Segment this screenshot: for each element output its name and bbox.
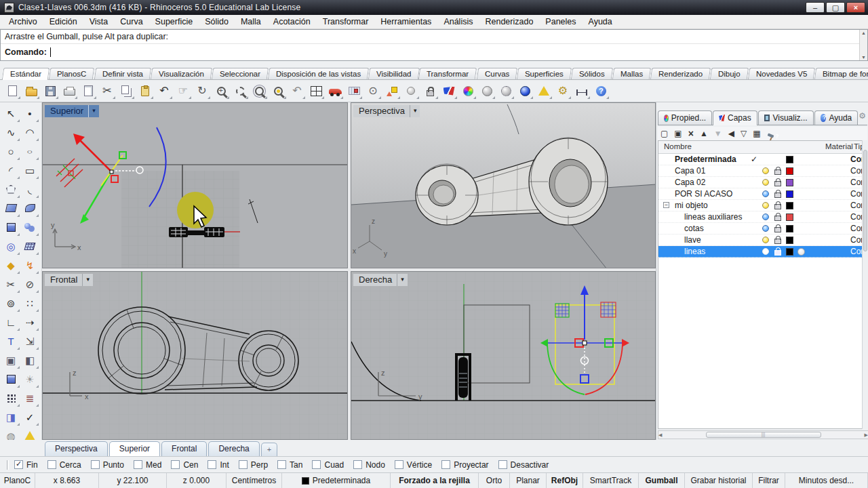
- layer-row[interactable]: POR SI ACASOContinua: [658, 188, 868, 200]
- color-wheel-button[interactable]: [459, 82, 477, 100]
- layer-visibility-bulb-icon[interactable]: [762, 202, 769, 209]
- viewport-perspectiva[interactable]: z x y Perspectiva ▾: [351, 102, 656, 268]
- osnap-checkbox-desactivar[interactable]: [498, 460, 507, 469]
- toolbar-tab-mallas[interactable]: Mallas: [612, 68, 652, 79]
- toolbar-tab-renderizado[interactable]: Renderizado: [650, 68, 711, 79]
- superior-canvas[interactable]: y x: [43, 103, 348, 268]
- minimize-button[interactable]: –: [806, 2, 825, 13]
- scroll-down-icon[interactable]: ▼: [861, 55, 866, 60]
- layer-lock-icon[interactable]: [774, 192, 781, 198]
- osnap-checkbox-cuad[interactable]: [312, 460, 321, 469]
- zoom-window-button[interactable]: [231, 82, 249, 100]
- render-flag-button[interactable]: [440, 82, 458, 100]
- panel-gear-icon[interactable]: ⚙: [859, 111, 866, 121]
- menu-transformar[interactable]: Transformar: [317, 16, 375, 28]
- osnap-item-nodo[interactable]: Nodo: [353, 460, 385, 470]
- osnap-item-med[interactable]: Med: [134, 460, 161, 470]
- zoom-selected-button[interactable]: [269, 82, 287, 100]
- derecha-dropdown-icon[interactable]: ▾: [397, 274, 408, 286]
- rectangle-button[interactable]: ▭: [21, 161, 39, 179]
- array-rectangular-button[interactable]: [2, 389, 20, 407]
- toolbar-tab-planosc[interactable]: PlanosC: [49, 68, 95, 79]
- toolbar-tab-novedades-v5[interactable]: Novedades V5: [748, 68, 816, 79]
- frontal-canvas[interactable]: z x: [43, 272, 348, 440]
- delete-layer-button[interactable]: ×: [688, 129, 694, 138]
- boolean-union-button[interactable]: ◆: [2, 256, 20, 274]
- osnap-item-proyectar[interactable]: Proyectar: [441, 460, 488, 470]
- print-button[interactable]: [60, 82, 78, 100]
- polygon-button[interactable]: [2, 180, 20, 198]
- copy-objects-button[interactable]: ▣: [2, 351, 20, 369]
- osnap-item-perp[interactable]: Perp: [239, 460, 268, 470]
- layer-table-button[interactable]: ▦: [753, 129, 760, 138]
- fillet-corner-button[interactable]: ∟: [2, 313, 20, 331]
- osnap-checkbox-fin[interactable]: [14, 460, 23, 469]
- select-points-button[interactable]: [383, 82, 401, 100]
- save-floppy-button[interactable]: [41, 82, 59, 100]
- layer-visibility-bulb-icon[interactable]: [762, 248, 769, 255]
- viewport-label-superior[interactable]: Superior ▾: [45, 105, 99, 117]
- toolbar-tab-superficies[interactable]: Superficies: [517, 68, 572, 79]
- new-document-button[interactable]: [3, 82, 21, 100]
- lights-button[interactable]: ☀: [21, 370, 39, 388]
- extend-curve-button[interactable]: ⇢: [21, 313, 39, 331]
- text-tool-button[interactable]: T: [2, 332, 20, 350]
- layer-lock-icon[interactable]: [774, 216, 781, 221]
- osnap-item-int[interactable]: Int: [208, 460, 229, 470]
- derecha-label-text[interactable]: Derecha: [353, 274, 393, 286]
- superior-dropdown-icon[interactable]: ▾: [88, 105, 99, 117]
- command-input[interactable]: Comando:: [1, 44, 867, 60]
- layer-color-swatch[interactable]: [786, 237, 793, 244]
- filter-funnel-button[interactable]: ▽: [741, 129, 747, 138]
- mirror-button[interactable]: ◧: [21, 351, 39, 369]
- layer-row[interactable]: lineas auxiliaresContinua: [658, 211, 868, 223]
- status-planar[interactable]: Planar: [510, 473, 547, 488]
- derecha-canvas[interactable]: z y: [351, 272, 656, 440]
- layer-color-swatch[interactable]: [786, 167, 793, 175]
- undo-view-change-button[interactable]: ↶: [288, 82, 306, 100]
- layer-row[interactable]: lineasContinua: [658, 246, 868, 258]
- viewport-tab-superior[interactable]: Superior: [109, 441, 160, 456]
- viewport-derecha[interactable]: z y Derecha ▾: [351, 271, 656, 440]
- toolbar-tab-curvas[interactable]: Curvas: [476, 68, 517, 79]
- frontal-dropdown-icon[interactable]: ▾: [82, 274, 93, 286]
- scrollbar-thumb[interactable]: [706, 432, 821, 438]
- osnap-item-punto[interactable]: Punto: [91, 460, 124, 470]
- layer-expander[interactable]: −: [663, 202, 669, 208]
- viewport-tab-frontal[interactable]: Frontal: [161, 441, 207, 456]
- status-minutos-desd[interactable]: Minutos desd...: [785, 473, 868, 488]
- menu-superficie[interactable]: Superficie: [149, 16, 199, 28]
- layer-row[interactable]: cotasContinua: [658, 223, 868, 235]
- panel-horizontal-scrollbar[interactable]: ◀ ▶: [658, 430, 868, 439]
- cone-primitive-button[interactable]: [535, 82, 553, 100]
- copy-button[interactable]: [117, 82, 135, 100]
- array-along-curve-button[interactable]: ≣: [21, 389, 39, 407]
- toolbar-tab-solidos[interactable]: Sólidos: [571, 68, 613, 79]
- paste-clipboard-button[interactable]: [136, 82, 154, 100]
- layer-color-swatch[interactable]: [786, 248, 793, 256]
- osnap-checkbox-cerca[interactable]: [47, 460, 56, 469]
- column-material[interactable]: Material: [825, 142, 853, 150]
- panel-tab-visualiz[interactable]: Visualiz...: [758, 110, 814, 125]
- render-sphere-blue-button[interactable]: [516, 82, 534, 100]
- osnap-item-fin[interactable]: Fin: [14, 460, 38, 470]
- viewport-tab-perspectiva[interactable]: Perspectiva: [45, 441, 108, 456]
- join-button[interactable]: ⊚: [2, 294, 20, 312]
- viewport-frontal[interactable]: z x Frontal ▾: [42, 271, 348, 440]
- toolbar-tab-seleccionar[interactable]: Seleccionar: [211, 68, 268, 79]
- close-button[interactable]: ×: [846, 2, 865, 13]
- osnap-checkbox-vertice[interactable]: [395, 460, 403, 469]
- osnap-item-cerca[interactable]: Cerca: [47, 460, 81, 470]
- named-views-car-button[interactable]: [326, 82, 344, 100]
- frontal-label-text[interactable]: Frontal: [45, 274, 79, 286]
- osnap-checkbox-tan[interactable]: [277, 460, 286, 469]
- layer-lock-icon[interactable]: [774, 227, 781, 232]
- circle-button[interactable]: ○: [2, 142, 20, 160]
- osnap-checkbox-int[interactable]: [208, 460, 216, 469]
- arc-button[interactable]: ◜: [2, 161, 20, 179]
- perspectiva-dropdown-icon[interactable]: ▾: [410, 105, 420, 117]
- layer-visibility-bulb-icon[interactable]: [762, 167, 769, 174]
- scale-button[interactable]: ⇲: [21, 332, 39, 350]
- undo-button[interactable]: ↶: [155, 82, 173, 100]
- column-nombre[interactable]: Nombre: [664, 142, 692, 150]
